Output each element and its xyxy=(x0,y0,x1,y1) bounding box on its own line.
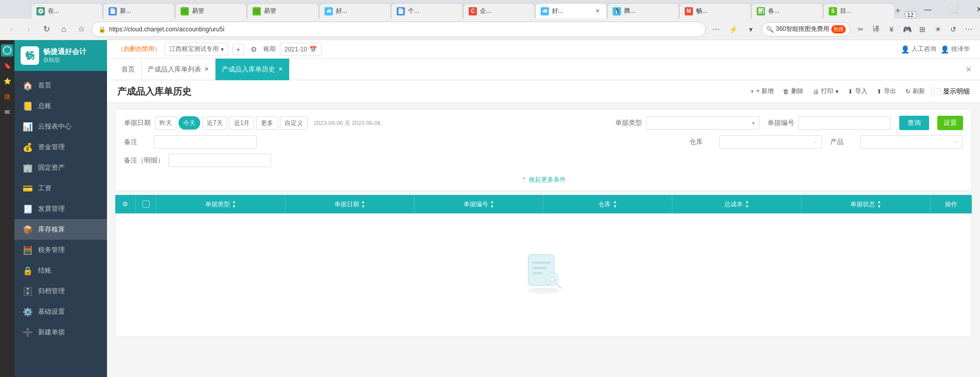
sidebar-item-tax[interactable]: 🧮 税务管理 xyxy=(14,240,107,260)
custom-date-button[interactable]: 自定义 xyxy=(280,116,308,130)
th-status-sort[interactable]: ▲▼ xyxy=(877,200,881,209)
company-selector[interactable]: 江西粮宝测试专用 ▾ xyxy=(165,43,228,56)
tab-9[interactable]: 🐧 腾... xyxy=(607,3,679,19)
warehouse-selector[interactable]: ··· xyxy=(719,135,822,149)
game-icon[interactable]: 🎮 xyxy=(900,22,914,37)
translate-icon[interactable]: 译 xyxy=(869,22,883,37)
th-number-sort[interactable]: ▲▼ xyxy=(490,200,494,209)
th-date[interactable]: 单据日期 ▲▼ xyxy=(286,195,415,213)
home-button[interactable]: ⌂ xyxy=(57,22,71,37)
sidebar-icon-4[interactable]: ✉ xyxy=(1,106,13,118)
tab-5[interactable]: ☁️ 好... xyxy=(319,3,391,19)
header-close-button[interactable]: ✕ xyxy=(966,65,972,74)
1month-button[interactable]: 近1月 xyxy=(229,116,255,130)
sidebar-icon-3[interactable]: 微 xyxy=(1,91,13,103)
breadcrumb-history[interactable]: 产成品入库单历史 ✕ xyxy=(216,59,290,80)
chanjet-icon[interactable] xyxy=(1,44,13,57)
back-button[interactable]: ‹ xyxy=(4,22,19,37)
tab-3[interactable]: 🌿 易管 xyxy=(175,3,247,19)
display-detail-toggle[interactable]: 显示明细 xyxy=(934,87,970,96)
th-checkbox[interactable] xyxy=(136,195,156,213)
new-button[interactable]: + + 新增 xyxy=(746,84,778,99)
tab-10[interactable]: M 畅... xyxy=(679,3,751,19)
th-warehouse[interactable]: 仓库 ▲▼ xyxy=(543,195,672,213)
sidebar-item-inventory[interactable]: 📦 库存核算 xyxy=(14,219,107,240)
tab-12[interactable]: S 目... xyxy=(823,3,895,19)
new-tab-button[interactable]: + xyxy=(895,3,901,19)
th-settings[interactable]: ⚙ xyxy=(115,195,136,213)
maximize-button[interactable]: ⬜ xyxy=(942,0,966,19)
search-box-360[interactable]: 🔍 360智能抠图免费用 热搜 xyxy=(761,22,850,37)
th-number[interactable]: 单据编号 ▲▼ xyxy=(415,195,544,213)
today-button[interactable]: 今天 xyxy=(179,116,200,130)
th-status[interactable]: 单据状态 ▲▼ xyxy=(801,195,931,213)
display-detail-checkbox[interactable] xyxy=(934,88,941,95)
sidebar-item-invoice[interactable]: 🧾 发票管理 xyxy=(14,199,107,219)
sidebar-item-closing[interactable]: 🔒 结账 xyxy=(14,260,107,281)
lightning-button[interactable]: ⚡ xyxy=(726,22,741,37)
sidebar-item-ledger[interactable]: 📒 总账 xyxy=(14,96,107,116)
sidebar-icon-2[interactable]: ⭐ xyxy=(1,75,13,87)
more-date-button[interactable]: 更多 xyxy=(256,116,278,130)
refresh-button-page[interactable]: ↻ 刷新 xyxy=(901,84,929,99)
ai-consult-button[interactable]: 👤 人工咨询 xyxy=(901,45,936,53)
export-button[interactable]: ⬆ 导出 xyxy=(872,84,900,99)
sidebar-item-fixed[interactable]: 🏢 固定资产 xyxy=(14,157,107,178)
product-selector[interactable]: ··· xyxy=(860,135,963,149)
th-warehouse-sort[interactable]: ▲▼ xyxy=(613,200,617,209)
delete-button[interactable]: 🗑 删除 xyxy=(779,84,808,99)
breadcrumb-history-close[interactable]: ✕ xyxy=(278,66,283,73)
sidebar-item-funds[interactable]: 💰 资金管理 xyxy=(14,137,107,157)
tab-8-close[interactable]: ✕ xyxy=(593,7,601,15)
tab-6[interactable]: 📄 个... xyxy=(391,3,463,19)
number-input[interactable] xyxy=(798,116,891,130)
sidebar-item-newbill[interactable]: ➕ 新建单据 xyxy=(14,322,107,343)
note-input[interactable] xyxy=(154,135,257,149)
collapse-button[interactable]: ⌃ 收起更多条件 xyxy=(124,172,963,184)
note-detail-input[interactable] xyxy=(168,154,271,167)
th-date-sort[interactable]: ▲▼ xyxy=(361,200,365,209)
sidebar-item-home[interactable]: 🏠 首页 xyxy=(14,75,107,96)
breadcrumb-list-close[interactable]: ✕ xyxy=(204,66,209,73)
print-button[interactable]: 🖨 打印 ▾ xyxy=(809,84,843,99)
bookmark-button[interactable]: ☆ xyxy=(74,22,88,37)
theme-icon[interactable]: ☀ xyxy=(931,22,945,37)
tab-7[interactable]: C 企... xyxy=(463,3,535,19)
close-button[interactable]: ✕ xyxy=(968,0,980,19)
dropdown-button[interactable]: ▾ xyxy=(744,22,758,37)
add-company-button[interactable]: + xyxy=(233,44,244,55)
sidebar-icon-1[interactable]: 🔖 xyxy=(1,60,13,72)
period-selector[interactable]: 2021-10 📅 xyxy=(280,43,322,56)
7days-button[interactable]: 近7天 xyxy=(202,116,227,130)
sidebar-item-settings[interactable]: ⚙️ 基础设置 xyxy=(14,301,107,322)
sidebar-item-archive[interactable]: 🗄️ 归档管理 xyxy=(14,281,107,301)
company-settings-button[interactable]: ⚙ xyxy=(248,44,259,55)
th-type-sort[interactable]: ▲▼ xyxy=(232,200,236,209)
yuan-icon[interactable]: ¥ xyxy=(884,22,899,37)
settings-query-button[interactable]: 设置 xyxy=(937,116,963,130)
grid-icon[interactable]: ⊞ xyxy=(915,22,930,37)
type-selector[interactable]: ▾ xyxy=(646,116,759,130)
tab-4[interactable]: 🌿 易管 xyxy=(247,3,319,19)
user-profile[interactable]: 👤 徐泽华 xyxy=(940,45,970,53)
query-button[interactable]: 查询 xyxy=(899,116,929,130)
breadcrumb-home[interactable]: 首页 xyxy=(115,59,141,80)
yesterday-button[interactable]: 昨天 xyxy=(155,116,176,130)
extensions-button[interactable]: ⋯ xyxy=(709,22,723,37)
breadcrumb-list[interactable]: 产成品入库单列表 ✕ xyxy=(141,59,216,80)
undo-icon[interactable]: ↺ xyxy=(946,22,960,37)
th-cost[interactable]: 总成本 ▲▼ xyxy=(672,195,801,213)
tab-11[interactable]: 📊 各... xyxy=(751,3,823,19)
refresh-button[interactable]: ↻ xyxy=(39,22,54,37)
sidebar-item-reports[interactable]: 📊 云报表中心 xyxy=(14,116,107,137)
tab-2[interactable]: 📄 新... xyxy=(103,3,175,19)
scissors-icon[interactable]: ✂ xyxy=(853,22,868,37)
forward-button[interactable]: › xyxy=(22,22,36,37)
th-cost-sort[interactable]: ▲▼ xyxy=(745,200,749,209)
tab-1[interactable]: 🧭 在... xyxy=(31,3,103,19)
settings-icon[interactable]: ⋯ xyxy=(961,22,976,37)
th-type[interactable]: 单据类型 ▲▼ xyxy=(156,195,286,213)
import-button[interactable]: ⬇ 导入 xyxy=(844,84,871,99)
minimize-button[interactable]: — xyxy=(916,0,940,19)
url-bar[interactable]: 🔒 https://cloud.chanjet.com/accounting/u… xyxy=(92,22,706,37)
